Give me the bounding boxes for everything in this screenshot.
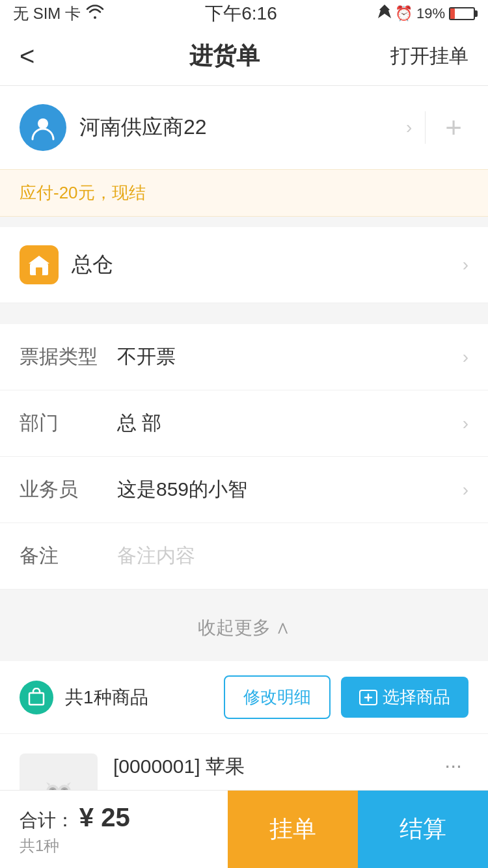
- divider: [425, 111, 426, 144]
- collapse-label: 收起更多 ∧: [198, 616, 291, 640]
- warehouse-name: 总仓: [72, 251, 456, 279]
- footer: 合计： ¥ 25 共1种 挂单 结算: [0, 790, 488, 868]
- warehouse-icon: [20, 245, 59, 284]
- hold-button[interactable]: 挂单: [228, 791, 358, 869]
- footer-sub-label: 共1种: [20, 835, 208, 856]
- footer-total-row: 合计： ¥ 25: [20, 803, 208, 833]
- supplier-avatar: [20, 104, 66, 151]
- notice-bar: 应付-20元，现结: [0, 169, 488, 217]
- status-left: 无 SIM 卡: [13, 3, 104, 24]
- warehouse-row[interactable]: 总仓 ›: [0, 227, 488, 303]
- remark-row[interactable]: 备注 备注内容: [0, 523, 488, 590]
- product-more-button[interactable]: ···: [438, 753, 468, 778]
- spacer2: [0, 314, 488, 324]
- invoice-type-row[interactable]: 票据类型 不开票 ›: [0, 324, 488, 390]
- department-label: 部门: [20, 410, 98, 437]
- product-name: [0000001] 苹果: [113, 753, 438, 780]
- status-right: ⏰ 19%: [378, 5, 475, 23]
- open-hold-button[interactable]: 打开挂单: [390, 43, 468, 70]
- salesperson-chevron-icon: ›: [463, 480, 468, 500]
- invoice-type-chevron-icon: ›: [463, 347, 468, 368]
- page-title: 进货单: [189, 40, 260, 72]
- nav-bar: < 进货单 打开挂单: [0, 27, 488, 86]
- main-content: 河南供应商22 › + 应付-20元，现结 总仓 › 票据类型 不开票: [0, 86, 488, 868]
- warehouse-chevron-icon: ›: [463, 254, 468, 275]
- salesperson-row[interactable]: 业务员 这是859的小智 ›: [0, 457, 488, 523]
- wifi-icon: [86, 5, 104, 23]
- battery-icon: [449, 7, 475, 20]
- battery-percent: 19%: [416, 5, 445, 22]
- supplier-name: 河南供应商22: [79, 113, 400, 142]
- warehouse-section: 总仓 ›: [0, 227, 488, 303]
- select-product-label: 选择商品: [383, 686, 450, 709]
- status-bar: 无 SIM 卡 下午6:16 ⏰ 19%: [0, 0, 488, 27]
- department-value: 总 部: [98, 410, 456, 437]
- checkout-label: 结算: [400, 813, 446, 845]
- supplier-row[interactable]: 河南供应商22 › +: [0, 86, 488, 169]
- edit-details-button[interactable]: 修改明细: [224, 675, 331, 719]
- products-icon: [20, 681, 53, 714]
- remark-label: 备注: [20, 543, 98, 569]
- svg-marker-2: [29, 256, 49, 264]
- status-time: 下午6:16: [205, 1, 277, 26]
- invoice-type-value: 不开票: [98, 344, 456, 370]
- form-section: 票据类型 不开票 › 部门 总 部 › 业务员 这是859的小智 › 备注 备注…: [0, 324, 488, 590]
- supplier-chevron-icon: ›: [406, 117, 412, 138]
- salesperson-label: 业务员: [20, 476, 98, 503]
- collapse-toggle[interactable]: 收起更多 ∧: [0, 600, 488, 656]
- remark-placeholder: 备注内容: [98, 543, 468, 569]
- checkout-button[interactable]: 结算: [358, 791, 488, 869]
- spacer3: [0, 656, 488, 661]
- department-chevron-icon: ›: [463, 413, 468, 434]
- footer-total: 合计： ¥ 25 共1种: [0, 803, 228, 856]
- footer-total-label: 合计：: [20, 810, 74, 830]
- carrier-label: 无 SIM 卡: [13, 3, 81, 24]
- alarm-icon: ⏰: [395, 5, 413, 22]
- hold-label: 挂单: [269, 813, 316, 845]
- add-button[interactable]: +: [439, 111, 468, 144]
- svg-rect-3: [36, 267, 42, 275]
- supplier-section: 河南供应商22 › + 应付-20元，现结: [0, 86, 488, 217]
- svg-rect-4: [29, 693, 44, 705]
- select-product-button[interactable]: 选择商品: [341, 677, 468, 718]
- invoice-type-label: 票据类型: [20, 344, 98, 370]
- products-count: 共1种商品: [65, 685, 224, 710]
- footer-total-amount: ¥ 25: [79, 803, 130, 832]
- salesperson-value: 这是859的小智: [98, 476, 456, 503]
- department-row[interactable]: 部门 总 部 ›: [0, 390, 488, 457]
- svg-point-0: [38, 118, 48, 129]
- location-icon: [378, 5, 391, 23]
- products-header: 共1种商品 修改明细 选择商品: [0, 661, 488, 734]
- spacer: [0, 217, 488, 227]
- back-button[interactable]: <: [20, 42, 59, 71]
